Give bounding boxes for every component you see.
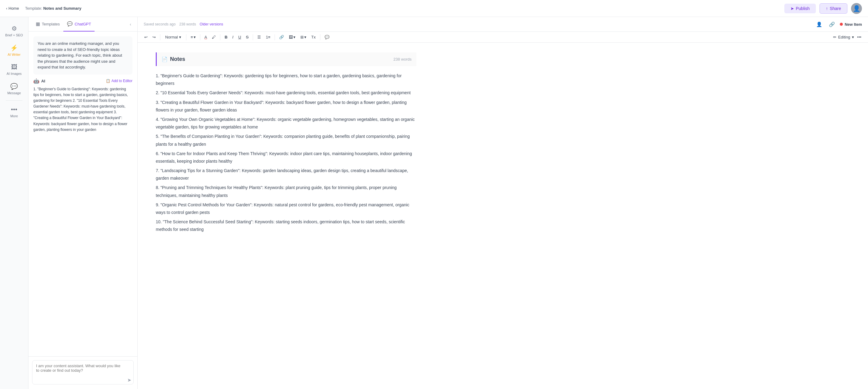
new-item-dot	[840, 23, 843, 26]
share-button[interactable]: ↑ Share	[819, 3, 847, 13]
align-button[interactable]: ≡ ▾	[189, 34, 197, 41]
notes-header: 📄 Notes 238 words	[156, 53, 416, 66]
chat-input-wrap: ➤	[32, 360, 134, 385]
sidebar-item-more[interactable]: ••• More	[2, 103, 26, 121]
share-icon: ↑	[826, 6, 828, 11]
chat-prompt: You are an online marketing manager, and…	[33, 36, 132, 74]
word-count: 238 words	[179, 22, 196, 26]
tab-chatgpt-label: ChatGPT	[74, 22, 91, 26]
panel-collapse-button[interactable]: ‹	[127, 20, 134, 29]
italic-button[interactable]: I	[230, 34, 236, 41]
bold-icon: B	[224, 35, 227, 39]
editing-label: Editing	[838, 35, 850, 39]
comment-button[interactable]: 💬	[323, 34, 331, 41]
list-item: 1. "Beginner's Guide to Gardening": Keyw…	[156, 72, 416, 87]
underline-button[interactable]: U	[237, 34, 243, 41]
sidebar-item-message[interactable]: 💬 Message	[2, 80, 26, 98]
list-item: 6. "How to Care for Indoor Plants and Ke…	[156, 150, 416, 165]
clear-format-button[interactable]: Tx	[309, 34, 317, 41]
editor-inner: 📄 Notes 238 words 1. "Beginner's Guide t…	[156, 53, 416, 234]
redo-icon: ↪	[152, 35, 156, 39]
home-label: Home	[8, 6, 19, 10]
save-status: Saved seconds ago	[144, 22, 176, 26]
publish-icon: ➤	[790, 6, 794, 11]
table-chevron: ▾	[304, 35, 306, 39]
add-to-editor-button[interactable]: 📋 Add to Editor	[106, 79, 132, 83]
message-icon: 💬	[10, 83, 18, 90]
italic-icon: I	[232, 35, 234, 39]
notes-icon: 📄	[161, 56, 167, 62]
sidebar-item-ai-writer[interactable]: ⚡ AI Writer	[2, 41, 26, 59]
editing-button[interactable]: ✏ Editing ▾	[833, 35, 855, 39]
list-item: 7. "Landscaping Tips for a Stunning Gard…	[156, 167, 416, 182]
sidebar-label-ai-writer: AI Writer	[7, 53, 21, 56]
redo-button[interactable]: ↪	[151, 34, 158, 41]
ellipsis-icon: •••	[857, 35, 861, 39]
panel-tabs: ▦ Templates 💬 ChatGPT ‹	[29, 17, 137, 32]
link-icon: 🔗	[279, 35, 284, 39]
editing-chevron: ▾	[852, 35, 854, 39]
link-button[interactable]: 🔗	[277, 34, 286, 41]
panel-body: You are an online marketing manager, and…	[29, 32, 137, 356]
bullet-list-button[interactable]: ☰	[255, 34, 263, 41]
bold-button[interactable]: B	[223, 34, 229, 41]
chat-send-button[interactable]: ➤	[127, 377, 131, 383]
older-versions-link[interactable]: Older versions	[200, 22, 223, 26]
sidebar-item-ai-images[interactable]: 🖼 AI Images	[2, 61, 26, 78]
publish-label: Publish	[796, 6, 810, 11]
more-options-button[interactable]: •••	[855, 34, 863, 41]
top-nav: ‹ Home Template: Notes and Summary ➤ Pub…	[0, 0, 868, 17]
chevron-down-icon: ▾	[179, 35, 181, 39]
share2-icon: 🔗	[829, 22, 835, 27]
editor-topbar-right: 👤 🔗 New Item	[814, 20, 862, 29]
tab-chatgpt[interactable]: 💬 ChatGPT	[63, 17, 95, 32]
new-item-area: New Item	[840, 22, 862, 27]
toolbar-divider-1	[160, 34, 160, 40]
tab-templates[interactable]: ▦ Templates	[32, 17, 63, 32]
top-nav-right: ➤ Publish ↑ Share 👤	[784, 3, 862, 14]
notes-wordcount: 238 words	[393, 57, 411, 62]
editor-toolbar: ↩ ↪ Normal ▾ ≡ ▾ A 🖊 B	[137, 32, 868, 43]
avatar[interactable]: 👤	[851, 3, 862, 14]
breadcrumb-prefix: Template:	[25, 6, 42, 10]
image-button[interactable]: 🖼 ▾	[287, 34, 297, 41]
new-item-button[interactable]: New Item	[845, 22, 862, 27]
sidebar-label-brief-seo: Brief + SEO	[5, 33, 23, 37]
ai-label: 🤖 AI	[33, 78, 45, 84]
list-item: 9. "Organic Pest Control Methods for You…	[156, 201, 416, 216]
gear-icon: ⚙	[11, 25, 17, 32]
image-chevron: ▾	[293, 35, 296, 39]
table-button[interactable]: ⊞ ▾	[299, 34, 308, 41]
user-circle-icon: 👤	[816, 22, 822, 27]
strikethrough-button[interactable]: S	[244, 34, 251, 41]
ordered-list-button[interactable]: 1≡	[264, 34, 272, 41]
text-color-button[interactable]: A	[203, 34, 209, 41]
sidebar-divider	[6, 100, 23, 101]
highlight-button[interactable]: 🖊	[210, 34, 218, 41]
text-color-icon: A	[205, 35, 207, 39]
chat-input[interactable]	[32, 360, 134, 385]
tab-templates-label: Templates	[42, 22, 60, 26]
toolbar-divider-4	[220, 34, 220, 40]
undo-button[interactable]: ↩	[143, 34, 149, 41]
sidebar: ⚙ Brief + SEO ⚡ AI Writer 🖼 AI Images 💬 …	[0, 17, 29, 389]
format-select[interactable]: Normal ▾	[163, 34, 184, 41]
sidebar-item-brief-seo[interactable]: ⚙ Brief + SEO	[2, 22, 26, 40]
share-icon-btn[interactable]: 🔗	[827, 20, 837, 29]
publish-button[interactable]: ➤ Publish	[784, 4, 816, 13]
list-item: 10. "The Science Behind Successful Seed …	[156, 218, 416, 233]
list-item: 4. "Growing Your Own Organic Vegetables …	[156, 116, 416, 131]
breadcrumb-title: Notes and Summary	[43, 6, 82, 10]
user-icon-btn[interactable]: 👤	[814, 20, 824, 29]
home-link[interactable]: ‹ Home	[6, 6, 19, 10]
main-layout: ⚙ Brief + SEO ⚡ AI Writer 🖼 AI Images 💬 …	[0, 17, 868, 389]
undo-icon: ↩	[144, 35, 148, 39]
table-icon: ⊞	[300, 35, 304, 39]
add-icon: 📋	[106, 79, 110, 83]
editor-topbar: Saved seconds ago 238 words Older versio…	[137, 17, 868, 32]
chevron-left-icon: ‹	[6, 6, 7, 10]
pencil-icon: ✏	[833, 35, 836, 39]
format-label: Normal	[165, 35, 178, 39]
chat-prompt-text: You are an online marketing manager, and…	[38, 41, 122, 69]
list-item: 8. "Pruning and Trimming Techniques for …	[156, 184, 416, 199]
